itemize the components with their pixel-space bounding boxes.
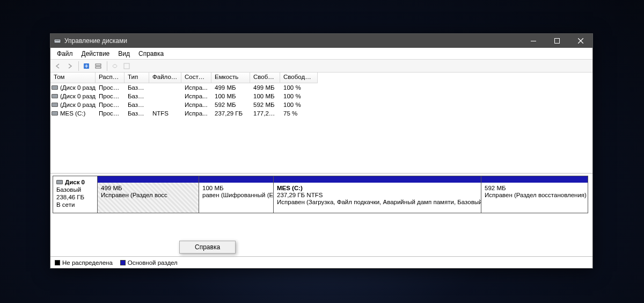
disk-management-window: Управление дисками Файл Действие Вид Спр…	[50, 33, 593, 269]
legend-unallocated: Не распределена	[55, 259, 113, 266]
window-controls	[522, 34, 592, 48]
col-layout[interactable]: Распол...	[96, 73, 125, 83]
table-row[interactable]: (Диск 0 разде...ПростойБазов...Испра...4…	[50, 83, 592, 92]
volume-icon	[52, 85, 58, 90]
col-fs[interactable]: Файлова...	[149, 73, 181, 83]
svg-rect-0	[54, 39, 61, 43]
menu-file[interactable]: Файл	[53, 49, 77, 59]
graphical-pane: Диск 0 Базовый 238,46 ГБ В сети 499 МБИс…	[50, 174, 592, 268]
context-menu[interactable]: Справка	[179, 241, 236, 254]
partitions: 499 МБИсправен (Раздел восс100 МБравен (…	[98, 176, 590, 213]
window-title: Управление дисками	[64, 37, 127, 45]
disk-label: Диск 0	[65, 178, 85, 186]
table-row[interactable]: MES (C:)ПростойБазов...NTFSИспра...237,2…	[50, 109, 592, 118]
svg-rect-7	[124, 63, 129, 69]
table-row[interactable]: (Диск 0 разде...ПростойБазов...Испра...1…	[50, 92, 592, 100]
disk-capacity: 238,46 ГБ	[56, 193, 94, 201]
close-button[interactable]	[569, 34, 592, 48]
disk-row: Диск 0 Базовый 238,46 ГБ В сети 499 МБИс…	[50, 174, 592, 215]
context-help[interactable]: Справка	[180, 241, 235, 253]
col-status[interactable]: Состоя...	[181, 73, 211, 83]
col-volume[interactable]: Том	[50, 73, 96, 83]
partition-header-bar	[481, 176, 588, 183]
svg-rect-2	[531, 41, 536, 41]
legend-primary: Основной раздел	[120, 259, 178, 266]
minimize-button[interactable]	[522, 34, 545, 48]
svg-rect-6	[96, 67, 101, 68]
table-row[interactable]: (Диск 0 разде...ПростойБазов...Испра...5…	[50, 100, 592, 109]
partition-header-bar	[274, 176, 481, 183]
forward-button[interactable]	[64, 61, 75, 71]
col-free[interactable]: Свобо...	[250, 73, 280, 83]
volume-list-header: Том Распол... Тип Файлова... Состоя... Е…	[50, 73, 592, 83]
svg-rect-5	[96, 64, 101, 66]
toolbar	[50, 60, 592, 73]
refresh-button[interactable]	[81, 61, 92, 71]
titlebar[interactable]: Управление дисками	[50, 34, 592, 48]
menu-view[interactable]: Вид	[114, 49, 134, 59]
partition-box[interactable]: MES (C:)237,29 ГБ NTFSИсправен (Загрузка…	[273, 176, 481, 213]
disk-icon	[56, 180, 63, 184]
volume-icon	[52, 111, 58, 116]
swatch-primary-icon	[120, 260, 126, 265]
app-icon	[54, 37, 61, 45]
back-button[interactable]	[53, 61, 63, 71]
legend: Не распределена Основной раздел	[50, 256, 592, 268]
partition-box[interactable]: 499 МБИсправен (Раздел восс	[97, 176, 199, 213]
volume-rows: (Диск 0 разде...ПростойБазов...Испра...4…	[50, 83, 592, 173]
partition-box[interactable]: 100 МБравен (Шифрованный (E	[199, 176, 274, 213]
menu-help[interactable]: Справка	[134, 49, 168, 59]
swatch-unallocated-icon	[55, 260, 60, 265]
col-capacity[interactable]: Емкость	[211, 73, 250, 83]
partition-header-bar	[98, 176, 199, 183]
list-button[interactable]	[121, 61, 132, 71]
col-type[interactable]: Тип	[125, 73, 149, 83]
view1-button[interactable]	[93, 61, 104, 71]
toolbar-separator	[107, 61, 107, 71]
toolbar-separator	[78, 61, 79, 71]
volume-icon	[52, 94, 58, 98]
disk-type: Базовый	[56, 186, 94, 193]
partition-box[interactable]: 592 МБИсправен (Раздел восстановления)	[481, 176, 588, 213]
volume-list-pane: Том Распол... Тип Файлова... Состоя... Е…	[50, 73, 592, 174]
menu-action[interactable]: Действие	[77, 49, 114, 59]
disk-state: В сети	[56, 201, 94, 208]
properties-button[interactable]	[109, 61, 120, 71]
partition-header-bar	[199, 176, 273, 183]
disk-info[interactable]: Диск 0 Базовый 238,46 ГБ В сети	[53, 176, 98, 213]
menubar: Файл Действие Вид Справка	[50, 48, 592, 60]
volume-icon	[52, 103, 58, 107]
svg-rect-3	[555, 39, 560, 44]
maximize-button[interactable]	[545, 34, 569, 48]
svg-rect-1	[55, 40, 60, 41]
col-freepct[interactable]: Свободно...	[280, 73, 318, 83]
